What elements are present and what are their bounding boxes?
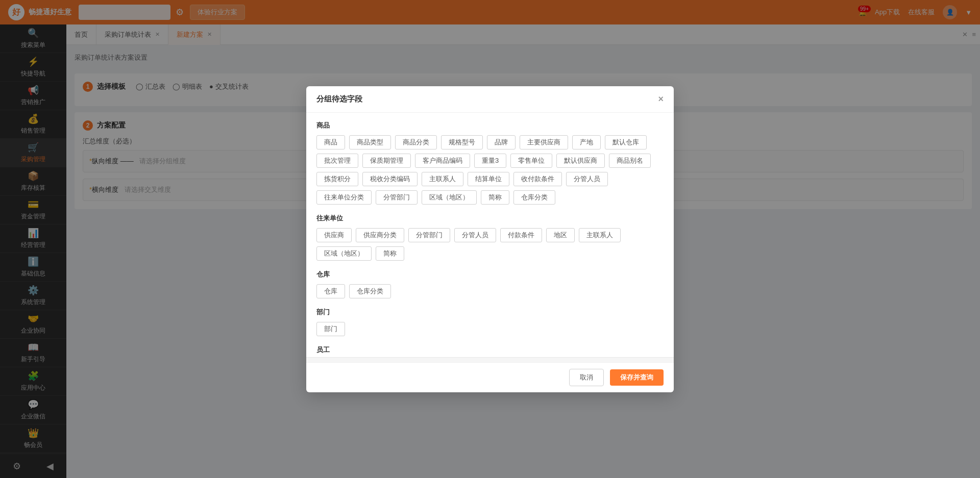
section-title-4: 员工 [316,345,664,355]
field-tag-0-14[interactable]: 商品别名 [609,154,651,168]
field-tag-0-6[interactable]: 产地 [572,135,601,149]
field-section-部门: 部门部门 [316,308,664,336]
confirm-button[interactable]: 保存并查询 [610,369,664,386]
modal-title: 分组待选字段 [316,94,362,104]
field-tag-1-2[interactable]: 分管部门 [408,228,450,242]
field-tag-1-4[interactable]: 付款条件 [500,228,542,242]
modal-footer: 取消 保存并查询 [306,362,674,392]
field-section-员工: 员工业务员 [316,345,664,358]
field-tag-0-0[interactable]: 商品 [316,135,345,149]
field-tags-0: 商品商品类型商品分类规格型号品牌主要供应商产地默认仓库批次管理保质期管理客户商品… [316,135,664,205]
field-tag-0-21[interactable]: 往来单位分类 [316,190,372,205]
section-title-2: 仓库 [316,270,664,279]
field-tag-0-5[interactable]: 主要供应商 [520,135,568,149]
field-tag-0-11[interactable]: 重量3 [474,154,506,168]
field-tag-0-17[interactable]: 主联系人 [422,172,463,186]
section-title-0: 商品 [316,121,664,130]
field-tags-3: 部门 [316,322,664,336]
field-tag-3-0[interactable]: 部门 [316,322,345,336]
field-tag-0-25[interactable]: 仓库分类 [513,190,555,205]
field-tag-0-9[interactable]: 保质期管理 [362,154,411,168]
modal-close-btn[interactable]: × [658,94,664,104]
field-tag-0-23[interactable]: 区域（地区） [422,190,477,205]
field-tag-1-0[interactable]: 供应商 [316,228,352,242]
field-tag-0-8[interactable]: 批次管理 [316,154,358,168]
field-tag-1-5[interactable]: 地区 [546,228,575,242]
field-tags-2: 仓库仓库分类 [316,284,664,298]
modal: 分组待选字段 × 商品商品商品类型商品分类规格型号品牌主要供应商产地默认仓库批次… [306,86,674,392]
field-section-仓库: 仓库仓库仓库分类 [316,270,664,298]
modal-body: 商品商品商品类型商品分类规格型号品牌主要供应商产地默认仓库批次管理保质期管理客户… [306,113,674,358]
field-tag-0-20[interactable]: 分管人员 [566,172,608,186]
field-tag-0-1[interactable]: 商品类型 [349,135,391,149]
field-section-往来单位: 往来单位供应商供应商分类分管部门分管人员付款条件地区主联系人区域（地区）简称 [316,214,664,261]
field-tag-2-0[interactable]: 仓库 [316,284,345,298]
field-tag-0-4[interactable]: 品牌 [487,135,516,149]
field-tags-1: 供应商供应商分类分管部门分管人员付款条件地区主联系人区域（地区）简称 [316,228,664,261]
modal-header: 分组待选字段 × [306,86,674,113]
field-section-商品: 商品商品商品类型商品分类规格型号品牌主要供应商产地默认仓库批次管理保质期管理客户… [316,121,664,205]
field-tag-1-1[interactable]: 供应商分类 [356,228,404,242]
field-tag-0-10[interactable]: 客户商品编码 [415,154,470,168]
field-tag-0-13[interactable]: 默认供应商 [556,154,605,168]
field-tag-1-6[interactable]: 主联系人 [579,228,621,242]
field-tag-1-7[interactable]: 区域（地区） [316,246,372,261]
section-title-1: 往来单位 [316,214,664,223]
modal-scroll-bottom [306,357,674,362]
field-tag-0-2[interactable]: 商品分类 [395,135,437,149]
field-tag-0-15[interactable]: 拣货积分 [316,172,358,186]
field-tag-1-8[interactable]: 简称 [376,246,404,261]
field-tag-0-7[interactable]: 默认仓库 [605,135,647,149]
cancel-button[interactable]: 取消 [569,369,604,386]
field-tag-0-18[interactable]: 结算单位 [468,172,509,186]
section-title-3: 部门 [316,308,664,317]
field-tag-0-19[interactable]: 收付款条件 [513,172,562,186]
field-tag-0-22[interactable]: 分管部门 [376,190,418,205]
field-tag-2-1[interactable]: 仓库分类 [349,284,391,298]
overlay: 分组待选字段 × 商品商品商品类型商品分类规格型号品牌主要供应商产地默认仓库批次… [0,0,980,478]
field-tag-1-3[interactable]: 分管人员 [454,228,496,242]
field-tag-0-12[interactable]: 零售单位 [510,154,552,168]
field-tag-0-24[interactable]: 简称 [481,190,509,205]
field-tag-0-16[interactable]: 税收分类编码 [362,172,418,186]
field-tag-0-3[interactable]: 规格型号 [441,135,483,149]
